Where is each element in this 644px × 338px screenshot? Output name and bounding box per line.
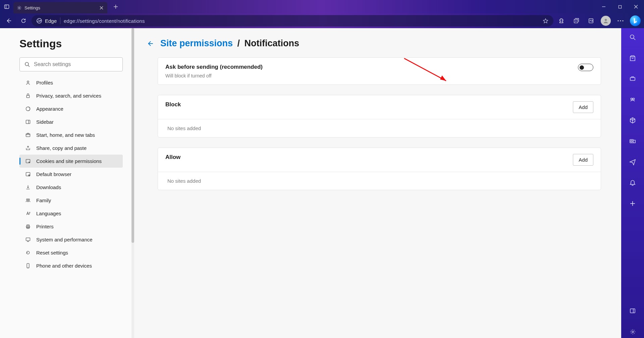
profile-icon — [25, 80, 31, 86]
search-icon — [24, 62, 30, 67]
extensions-button[interactable] — [555, 14, 568, 27]
nav-system[interactable]: System and performance — [19, 233, 123, 246]
close-window-button[interactable] — [628, 0, 644, 13]
nav-sidebar[interactable]: Sidebar — [19, 115, 123, 128]
ask-subtitle: Will block if turned off — [165, 73, 263, 78]
back-button[interactable] — [2, 14, 15, 27]
nav-label: Profiles — [36, 80, 53, 86]
svg-point-55 — [632, 331, 634, 333]
bing-chat-button[interactable] — [629, 14, 642, 27]
sidebar-add-button[interactable] — [626, 197, 639, 210]
svg-rect-49 — [630, 139, 633, 143]
minimize-button[interactable] — [596, 0, 612, 13]
svg-rect-53 — [630, 309, 635, 313]
nav-cookies[interactable]: Cookies and site permissions — [19, 155, 123, 168]
nav-start[interactable]: Start, home, and new tabs — [19, 128, 123, 142]
svg-rect-46 — [630, 77, 635, 80]
nav-printers[interactable]: Printers — [19, 220, 123, 233]
favorite-button[interactable] — [541, 16, 550, 25]
nav-label: System and performance — [36, 237, 93, 242]
breadcrumb-current: Notifications — [245, 38, 300, 48]
sidebar-toggle-button[interactable] — [626, 304, 639, 317]
math-solver-button[interactable] — [584, 14, 598, 27]
sidebar-scrollbar[interactable] — [131, 28, 134, 338]
address-bar[interactable]: Edge edge://settings/content/notificatio… — [32, 15, 553, 26]
language-icon — [25, 211, 31, 217]
sidebar-shopping-button[interactable] — [626, 52, 639, 64]
nav-label: Phone and other devices — [36, 263, 92, 269]
svg-point-48 — [633, 98, 635, 100]
breadcrumb-parent-link[interactable]: Site permissions — [160, 38, 233, 48]
svg-point-19 — [622, 20, 623, 21]
tab-strip: Settings — [0, 0, 121, 13]
gear-icon — [17, 5, 22, 10]
nav-label: Default browser — [36, 171, 71, 177]
sidebar-games-button[interactable] — [626, 93, 639, 106]
svg-point-29 — [29, 162, 30, 163]
nav-languages[interactable]: Languages — [19, 207, 123, 220]
settings-heading: Settings — [19, 38, 123, 50]
svg-point-47 — [631, 98, 633, 100]
edge-sidebar — [621, 28, 644, 338]
address-url: edge://settings/content/notifications — [64, 18, 537, 24]
breadcrumb-back-button[interactable] — [146, 39, 154, 48]
profile-button[interactable] — [599, 14, 612, 27]
sidebar-icon — [25, 119, 31, 125]
svg-point-32 — [26, 199, 28, 200]
nav-family[interactable]: Family — [19, 194, 123, 207]
window-controls — [596, 0, 644, 13]
sidebar-tools-button[interactable] — [626, 72, 639, 85]
tab-actions-button[interactable] — [0, 0, 13, 13]
sidebar-search-button[interactable] — [626, 31, 639, 44]
sidebar-settings-button[interactable] — [626, 325, 639, 338]
system-icon — [25, 237, 31, 243]
permissions-icon — [25, 158, 31, 164]
main-area: Settings Profiles Privacy, search, and s… — [0, 28, 644, 338]
ask-before-sending-card: Ask before sending (recommended) Will bl… — [158, 57, 601, 85]
svg-point-44 — [630, 35, 634, 39]
allow-card: Allow Add No sites added — [158, 148, 601, 190]
nav-appearance[interactable]: Appearance — [19, 102, 123, 115]
nav-share[interactable]: Share, copy and paste — [19, 142, 123, 155]
sidebar-office-button[interactable] — [626, 114, 639, 127]
nav-downloads[interactable]: Downloads — [19, 181, 123, 194]
svg-point-50 — [631, 140, 633, 142]
sidebar-notifications-button[interactable] — [626, 176, 639, 189]
nav-default-browser[interactable]: Default browser — [19, 168, 123, 181]
tab-title: Settings — [24, 5, 96, 10]
collections-button[interactable] — [570, 14, 583, 27]
block-card: Block Add No sites added — [158, 95, 601, 137]
title-bar: Settings — [0, 0, 644, 13]
settings-search[interactable] — [19, 57, 123, 71]
nav-phone[interactable]: Phone and other devices — [19, 259, 123, 272]
tab-close-button[interactable] — [99, 5, 104, 10]
appearance-icon — [25, 106, 31, 112]
block-add-button[interactable]: Add — [573, 101, 593, 113]
block-title: Block — [165, 101, 181, 108]
svg-point-17 — [618, 20, 619, 21]
breadcrumb: Site permissions / Notifications — [146, 38, 601, 49]
allow-add-button[interactable]: Add — [573, 154, 593, 166]
lock-icon — [25, 93, 31, 99]
sidebar-send-button[interactable] — [626, 156, 639, 168]
browser-tab[interactable]: Settings — [13, 2, 107, 13]
reset-icon — [25, 250, 31, 256]
browser-toolbar: Edge edge://settings/content/notificatio… — [0, 13, 644, 28]
settings-search-input[interactable] — [34, 61, 118, 67]
svg-rect-27 — [26, 134, 30, 137]
more-button[interactable] — [614, 14, 627, 27]
nav-reset[interactable]: Reset settings — [19, 246, 123, 259]
maximize-button[interactable] — [612, 0, 628, 13]
allow-title: Allow — [165, 154, 180, 161]
svg-point-16 — [605, 19, 607, 21]
nav-privacy[interactable]: Privacy, search, and services — [19, 89, 123, 102]
nav-profiles[interactable]: Profiles — [19, 76, 123, 89]
nav-label: Downloads — [36, 184, 61, 190]
site-identity[interactable]: Edge — [36, 18, 57, 24]
refresh-button[interactable] — [17, 14, 30, 27]
ask-toggle[interactable] — [578, 64, 593, 71]
new-tab-button[interactable] — [110, 1, 121, 12]
sidebar-outlook-button[interactable] — [626, 135, 639, 148]
svg-rect-37 — [26, 238, 30, 241]
nav-label: Reset settings — [36, 250, 68, 256]
